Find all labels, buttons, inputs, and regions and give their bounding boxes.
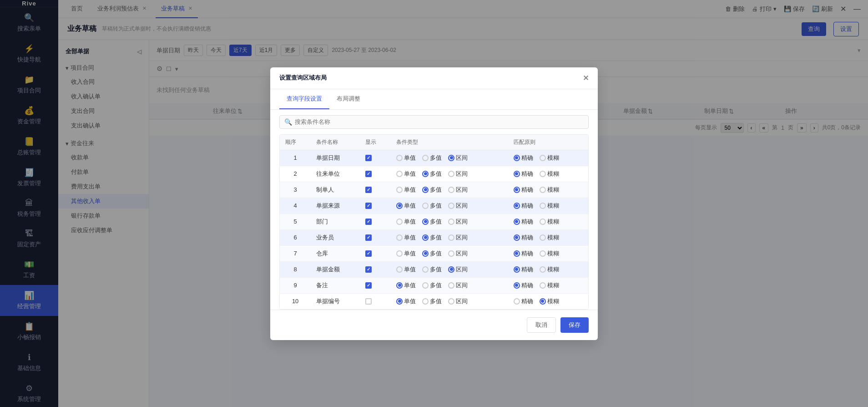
modal-tabs: 查询字段设置 布局调整 (270, 89, 598, 110)
radio-type-单值[interactable]: 单值 (396, 202, 416, 210)
radio-type-多值[interactable]: 多值 (422, 186, 442, 194)
radio-match-模糊[interactable]: 模糊 (540, 249, 559, 258)
modal-search-box: 🔍 (279, 115, 589, 129)
radio-match-模糊[interactable]: 模糊 (540, 297, 559, 305)
radio-type-单值[interactable]: 单值 (396, 234, 416, 242)
display-checkbox[interactable] (365, 266, 372, 273)
radio-type-区间[interactable]: 区间 (448, 170, 468, 178)
radio-match-模糊[interactable]: 模糊 (540, 218, 559, 226)
radio-type-多值[interactable]: 多值 (422, 249, 442, 258)
radio-match-精确[interactable]: 精确 (514, 186, 533, 194)
display-checkbox[interactable] (365, 155, 372, 161)
cell-display[interactable] (360, 150, 391, 166)
radio-circle (396, 203, 403, 209)
radio-match-模糊[interactable]: 模糊 (540, 234, 559, 242)
radio-circle (396, 282, 403, 289)
radio-circle (396, 234, 403, 241)
radio-type-单值[interactable]: 单值 (396, 154, 416, 162)
radio-circle (396, 298, 403, 305)
radio-type-多值[interactable]: 多值 (422, 170, 442, 178)
radio-type-单值[interactable]: 单值 (396, 218, 416, 226)
radio-circle (422, 250, 429, 257)
radio-match-精确[interactable]: 精确 (514, 297, 533, 305)
cell-display[interactable] (360, 245, 391, 261)
th-match: 匹配原则 (508, 135, 588, 150)
cell-display[interactable] (360, 229, 391, 245)
radio-type-区间[interactable]: 区间 (448, 249, 468, 258)
radio-match-精确[interactable]: 精确 (514, 218, 533, 226)
radio-type-单值[interactable]: 单值 (396, 249, 416, 258)
modal-table-row: 6业务员单值多值区间精确模糊 (280, 229, 588, 245)
radio-match-精确[interactable]: 精确 (514, 154, 533, 162)
radio-circle (422, 282, 429, 289)
th-cond-name: 条件名称 (311, 135, 360, 150)
display-checkbox[interactable] (365, 234, 372, 241)
radio-type-区间[interactable]: 区间 (448, 202, 468, 210)
cell-type: 单值多值区间 (391, 277, 508, 293)
radio-match-精确[interactable]: 精确 (514, 249, 533, 258)
radio-circle (540, 219, 546, 225)
radio-type-区间[interactable]: 区间 (448, 281, 468, 290)
cell-order: 8 (280, 261, 311, 277)
radio-match-精确[interactable]: 精确 (514, 170, 533, 178)
radio-circle (396, 250, 403, 257)
display-checkbox[interactable] (365, 298, 372, 305)
radio-type-单值[interactable]: 单值 (396, 297, 416, 305)
cell-name: 仓库 (311, 245, 360, 261)
cell-display[interactable] (360, 293, 391, 309)
radio-type-单值[interactable]: 单值 (396, 170, 416, 178)
radio-type-多值[interactable]: 多值 (422, 202, 442, 210)
radio-type-多值[interactable]: 多值 (422, 297, 442, 305)
radio-circle (448, 234, 454, 241)
radio-circle (422, 203, 429, 209)
radio-type-多值[interactable]: 多值 (422, 154, 442, 162)
radio-match-模糊[interactable]: 模糊 (540, 281, 559, 290)
modal-table-row: 5部门单值多值区间精确模糊 (280, 214, 588, 229)
radio-match-精确[interactable]: 精确 (514, 234, 533, 242)
modal-search-input[interactable] (295, 118, 584, 125)
cell-display[interactable] (360, 166, 391, 182)
cell-display[interactable] (360, 214, 391, 229)
radio-match-模糊[interactable]: 模糊 (540, 154, 559, 162)
modal-tab-layout[interactable]: 布局调整 (329, 89, 368, 109)
radio-type-区间[interactable]: 区间 (448, 265, 468, 274)
modal-save-button[interactable]: 保存 (560, 317, 589, 333)
radio-match-模糊[interactable]: 模糊 (540, 170, 559, 178)
modal-tab-fields[interactable]: 查询字段设置 (279, 89, 329, 109)
display-checkbox[interactable] (365, 187, 372, 193)
radio-type-单值[interactable]: 单值 (396, 281, 416, 290)
radio-match-精确[interactable]: 精确 (514, 202, 533, 210)
modal-close-icon[interactable]: ✕ (583, 74, 589, 82)
display-checkbox[interactable] (365, 203, 372, 209)
radio-match-模糊[interactable]: 模糊 (540, 202, 559, 210)
modal-table-row: 3制单人单值多值区间精确模糊 (280, 182, 588, 198)
radio-circle (396, 155, 403, 161)
cell-display[interactable] (360, 277, 391, 293)
modal-table-row: 10单据编号单值多值区间精确模糊 (280, 293, 588, 309)
radio-match-精确[interactable]: 精确 (514, 265, 533, 274)
radio-circle (540, 282, 546, 289)
display-checkbox[interactable] (365, 171, 372, 177)
radio-type-区间[interactable]: 区间 (448, 154, 468, 162)
radio-type-多值[interactable]: 多值 (422, 234, 442, 242)
radio-type-区间[interactable]: 区间 (448, 186, 468, 194)
cell-display[interactable] (360, 198, 391, 214)
radio-type-多值[interactable]: 多值 (422, 218, 442, 226)
display-checkbox[interactable] (365, 250, 372, 257)
radio-type-多值[interactable]: 多值 (422, 281, 442, 290)
cell-display[interactable] (360, 261, 391, 277)
radio-type-单值[interactable]: 单值 (396, 186, 416, 194)
cell-order: 9 (280, 277, 311, 293)
cancel-button[interactable]: 取消 (527, 317, 556, 333)
radio-type-单值[interactable]: 单值 (396, 265, 416, 274)
display-checkbox[interactable] (365, 282, 372, 289)
radio-type-区间[interactable]: 区间 (448, 297, 468, 305)
radio-match-模糊[interactable]: 模糊 (540, 186, 559, 194)
cell-display[interactable] (360, 182, 391, 198)
radio-match-精确[interactable]: 精确 (514, 281, 533, 290)
radio-match-模糊[interactable]: 模糊 (540, 265, 559, 274)
radio-type-区间[interactable]: 区间 (448, 234, 468, 242)
display-checkbox[interactable] (365, 219, 372, 225)
radio-type-区间[interactable]: 区间 (448, 218, 468, 226)
radio-type-多值[interactable]: 多值 (422, 265, 442, 274)
